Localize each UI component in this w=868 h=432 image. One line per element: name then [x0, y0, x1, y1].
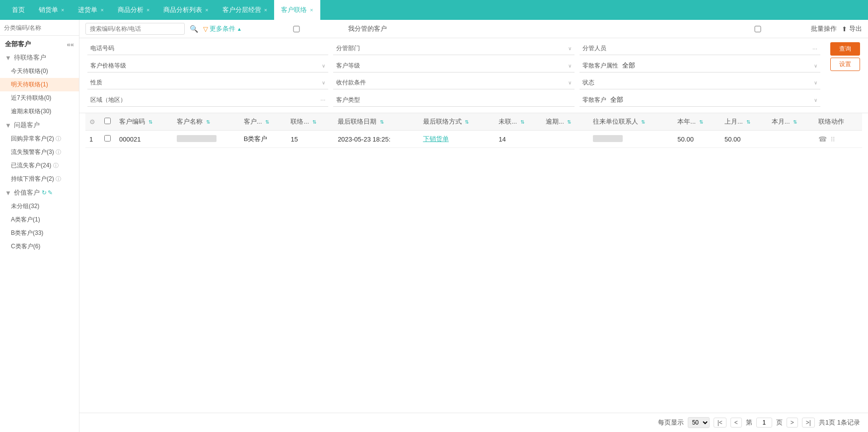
- select-all-checkbox[interactable]: [104, 118, 111, 124]
- action-icons: ☎ ⁝⁝: [818, 135, 858, 143]
- export-button[interactable]: ⬆ 导出: [842, 24, 862, 33]
- nav-product-analysis[interactable]: 商品分析 ×: [111, 0, 156, 20]
- nav-sales-order[interactable]: 销货单 ×: [32, 0, 71, 20]
- batch-op-button[interactable]: 批量操作: [708, 24, 837, 33]
- edit-icon[interactable]: ✎: [48, 189, 53, 196]
- nav-sales-order-close-icon[interactable]: ×: [61, 7, 64, 13]
- table-header-row: ⚙ 客户编码 ⇅ 客户名称 ⇅: [85, 113, 862, 131]
- nav-customer-tier-close-icon[interactable]: ×: [264, 7, 267, 13]
- sort-icon-4[interactable]: ⇅: [312, 119, 316, 125]
- filter-status: 状态 ∨: [579, 76, 820, 89]
- unit-contacts-placeholder: [593, 135, 623, 142]
- all-customers-header: 全部客户 ««: [0, 36, 79, 51]
- sort-icon-3[interactable]: ⇅: [265, 119, 269, 125]
- sidebar-item-abnormal[interactable]: 回购异常客户(2) ⓘ: [0, 132, 79, 145]
- filter-scatter-value[interactable]: 全部: [610, 95, 814, 104]
- nav-home[interactable]: 首页: [5, 0, 32, 20]
- nav-customer-contact[interactable]: 客户联络 ×: [274, 0, 320, 20]
- per-page-select[interactable]: 50: [688, 417, 710, 428]
- settings-button[interactable]: 设置: [830, 58, 860, 71]
- content-area: 🔍 ▽ 更多条件 ▲ 我分管的客户 批量操作 ⬆ 导出: [79, 20, 868, 432]
- sidebar-item-tomorrow[interactable]: 明天待联络(1): [0, 78, 79, 91]
- sort-icon-5[interactable]: ⇅: [380, 119, 384, 125]
- sidebar-search-input[interactable]: [4, 24, 78, 31]
- sort-icon-2[interactable]: ⇅: [206, 119, 210, 125]
- row-checkbox[interactable]: [104, 135, 111, 142]
- sidebar-item-declining[interactable]: 持续下滑客户(2) ⓘ: [0, 172, 79, 186]
- nav-customer-contact-close-icon[interactable]: ×: [310, 7, 313, 13]
- query-button[interactable]: 查询: [830, 42, 860, 56]
- sidebar-item-class-c[interactable]: C类客户(6): [0, 240, 79, 253]
- dots-icon-2[interactable]: ···: [320, 96, 325, 103]
- sort-icon-8[interactable]: ⇅: [567, 119, 571, 125]
- sort-icon-7[interactable]: ⇅: [520, 119, 524, 125]
- nav-product-analysis-list[interactable]: 商品分析列表 ×: [156, 0, 215, 20]
- sort-icon-11[interactable]: ⇅: [746, 119, 750, 125]
- sort-icon-9[interactable]: ⇅: [641, 119, 645, 125]
- row-this-year: 50.00: [673, 131, 721, 148]
- filter-scatter-attr-value[interactable]: 全部: [622, 61, 814, 70]
- sort-icon-12[interactable]: ⇅: [793, 119, 797, 125]
- sidebar-item-7days[interactable]: 近7天待联络(0): [0, 91, 79, 105]
- chevron-down-icon-2[interactable]: ∨: [322, 63, 325, 69]
- my-customers-checkbox[interactable]: 我分管的客户: [247, 24, 387, 33]
- contact-method-link[interactable]: 下销货单: [423, 135, 449, 143]
- sidebar-item-today[interactable]: 今天待联络(0): [0, 65, 79, 78]
- table-body: 1 000021 B类客户 15 2023-05-23 18:25:: [85, 131, 862, 148]
- row-overdue: [542, 131, 589, 148]
- sidebar-item-overdue[interactable]: 逾期未联络(30): [0, 105, 79, 118]
- sort-icon-10[interactable]: ⇅: [699, 119, 703, 125]
- sidebar-group-problem[interactable]: ▼ 问题客户: [0, 118, 79, 132]
- col-name: 客户名称 ⇅: [173, 113, 240, 131]
- sidebar-item-class-b[interactable]: B类客户(33): [0, 226, 79, 240]
- grid-icon[interactable]: ⁝⁝: [831, 135, 835, 143]
- sidebar-item-churn-warn[interactable]: 流失预警客户(3) ⓘ: [0, 145, 79, 159]
- nav-product-analysis-list-close-icon[interactable]: ×: [205, 7, 208, 13]
- table-area: ⚙ 客户编码 ⇅ 客户名称 ⇅: [79, 113, 868, 413]
- sidebar-item-churned[interactable]: 已流失客户(24) ⓘ: [0, 159, 79, 172]
- nav-purchase-order-close-icon[interactable]: ×: [100, 7, 103, 13]
- col-this-month-label: 本月...: [772, 118, 790, 125]
- sidebar-item-class-a[interactable]: A类客户(1): [0, 213, 79, 226]
- col-overdue: 逾期... ⇅: [542, 113, 589, 131]
- chevron-down-icon-5[interactable]: ∨: [322, 80, 325, 85]
- col-unit-contacts-label: 往来单位联系人: [593, 118, 638, 125]
- chevron-down-icon[interactable]: ∨: [568, 46, 572, 51]
- phone-icon[interactable]: ☎: [818, 135, 827, 143]
- sidebar-group-value[interactable]: ▼ 价值客户 ↻ ✎: [0, 186, 79, 200]
- chevron-down-icon-6[interactable]: ∨: [568, 80, 572, 85]
- col-no-contact: 未联... ⇅: [495, 113, 542, 131]
- chevron-down-icon-8[interactable]: ∨: [814, 97, 817, 103]
- last-page-button[interactable]: >|: [802, 418, 815, 428]
- row-name: [173, 131, 240, 148]
- collapse-icon[interactable]: ««: [67, 41, 74, 48]
- nav-customer-tier[interactable]: 客户分层经营 ×: [216, 0, 274, 20]
- dots-icon[interactable]: ···: [812, 45, 817, 52]
- refresh-icon[interactable]: ↻: [42, 189, 47, 196]
- page-input[interactable]: [756, 418, 772, 428]
- my-customers-check[interactable]: [247, 26, 346, 32]
- nav-product-analysis-close-icon[interactable]: ×: [146, 7, 149, 13]
- filter-customer-type: 客户类型: [333, 94, 574, 107]
- filter-nature-label: 性质: [90, 78, 102, 87]
- chevron-down-icon-7[interactable]: ∨: [814, 80, 817, 85]
- sidebar-group-pending[interactable]: ▼ 待联络客户: [0, 51, 79, 65]
- batch-op-check[interactable]: [708, 26, 807, 32]
- sidebar-item-ungrouped[interactable]: 未分组(32): [0, 200, 79, 213]
- next-page-button[interactable]: >: [787, 418, 798, 428]
- search-input[interactable]: [85, 23, 185, 35]
- search-button[interactable]: 🔍: [190, 25, 198, 33]
- first-page-button[interactable]: |<: [714, 418, 726, 428]
- nav-purchase-order[interactable]: 进货单 ×: [71, 0, 110, 20]
- sort-icon-6[interactable]: ⇅: [465, 119, 469, 125]
- col-last-contact-date-label: 最后联络日期: [338, 118, 376, 125]
- row-last-contact-date: 2023-05-23 18:25:: [334, 131, 419, 148]
- sort-icon[interactable]: ⇅: [148, 119, 152, 125]
- chevron-down-icon-3[interactable]: ∨: [568, 63, 572, 69]
- filter-region: 区域（地区） ···: [87, 94, 328, 107]
- more-conditions-button[interactable]: ▽ 更多条件 ▲: [203, 24, 242, 33]
- filter-phone: 电话号码: [87, 42, 328, 55]
- prev-page-button[interactable]: <: [730, 418, 742, 428]
- gear-icon[interactable]: ⚙: [89, 118, 95, 126]
- chevron-down-icon-4[interactable]: ∨: [814, 63, 817, 69]
